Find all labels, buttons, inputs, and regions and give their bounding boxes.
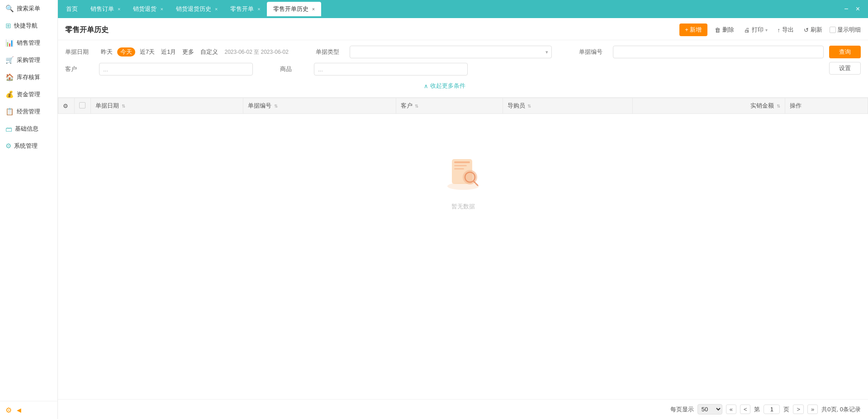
sidebar-item-purchase-mgmt[interactable]: 🛒 采购管理 [0, 52, 57, 69]
date-btn-custom[interactable]: 自定义 [199, 47, 220, 56]
next-page-btn[interactable]: > [793, 405, 804, 414]
last-page-btn[interactable]: » [807, 405, 818, 414]
tab-bar-right: − × [841, 4, 866, 14]
query-buttons: 查询 设置 [829, 46, 861, 75]
th-amount[interactable]: 实销金额 ⇅ [632, 98, 785, 114]
tab-sales-order-close[interactable]: × [118, 6, 120, 12]
delete-button[interactable]: 🗑 🗑 删除 删除 [712, 24, 737, 35]
th-amount-sort-icon: ⇅ [777, 104, 780, 108]
prev-page-btn[interactable]: < [740, 405, 751, 414]
tab-sales-return[interactable]: 销货退货 × [127, 2, 169, 16]
th-amount-label: 实销金额 [750, 102, 774, 109]
collapse-more-btn[interactable]: ∧ 收起更多条件 [65, 80, 824, 92]
footer-collapse-icon[interactable]: ◄ [15, 406, 23, 414]
bill-no-label: 单据编号 [579, 48, 604, 56]
date-btn-last7[interactable]: 近7天 [138, 47, 157, 56]
basic-info-icon: 🗃 [5, 125, 12, 133]
th-customer[interactable]: 客户 ⇅ [396, 98, 503, 114]
filter-fields: 单据日期 昨天 今天 近7天 近1月 更多 自定义 2023-06-02 至 2… [65, 46, 824, 92]
date-btn-today[interactable]: 今天 [117, 47, 135, 56]
per-page-select[interactable]: 50 10 20 100 [697, 404, 722, 414]
date-filter-label: 单据日期 [65, 48, 90, 56]
tab-minimize-btn[interactable]: − [841, 4, 851, 14]
bill-type-select[interactable] [350, 46, 552, 58]
finance-icon: 💰 [5, 90, 14, 99]
sidebar-item-operations[interactable]: 📋 经营管理 [0, 103, 57, 120]
export-button[interactable]: ↑ 导出 [775, 24, 797, 35]
filter-row-1: 单据日期 昨天 今天 近7天 近1月 更多 自定义 2023-06-02 至 2… [65, 46, 824, 58]
tab-home-label: 首页 [66, 5, 78, 13]
bill-no-input[interactable] [613, 46, 824, 58]
pagination: 每页显示 50 10 20 100 « < 第 页 > » 共0页, 0条记录 [58, 399, 868, 419]
add-button[interactable]: + 新增 [679, 24, 707, 36]
refresh-icon: ↺ [804, 27, 809, 33]
tab-sales-order[interactable]: 销售订单 × [84, 2, 127, 16]
filter-settings-button[interactable]: 设置 [829, 62, 861, 75]
sidebar-item-label: 经营管理 [17, 108, 40, 116]
tab-retail-open-close[interactable]: × [257, 6, 260, 12]
collapse-label: 收起更多条件 [430, 82, 465, 90]
date-btn-last-month[interactable]: 近1月 [159, 47, 178, 56]
inventory-icon: 🏠 [5, 73, 14, 81]
empty-icon [441, 150, 486, 195]
show-detail-toggle[interactable]: 显示明细 [830, 26, 861, 34]
sidebar-item-sales-mgmt[interactable]: 📊 销售管理 [0, 34, 57, 52]
sidebar: 🔍 搜索采单 ⊞ 快捷导航 📊 销售管理 🛒 采购管理 🏠 库存核算 💰 资金管… [0, 0, 58, 419]
print-icon: 🖨 [744, 27, 750, 33]
select-all-checkbox[interactable] [79, 102, 85, 108]
footer-settings-icon[interactable]: ⚙ [5, 406, 12, 414]
th-date-sort-icon: ⇅ [122, 104, 125, 108]
quick-nav-icon: ⊞ [5, 22, 11, 30]
date-btn-more[interactable]: 更多 [180, 47, 196, 56]
main-area: 首页 销售订单 × 销货退货 × 销货退货历史 × 零售开单 × 零售开单历史 … [58, 0, 868, 419]
th-checkbox[interactable] [75, 98, 91, 114]
th-salesperson[interactable]: 导购员 ⇅ [503, 98, 632, 114]
sidebar-item-inventory[interactable]: 🏠 库存核算 [0, 69, 57, 86]
th-salesperson-label: 导购员 [508, 102, 525, 109]
purchase-mgmt-icon: 🛒 [5, 56, 14, 64]
sidebar-search[interactable]: 🔍 搜索采单 [0, 0, 57, 17]
empty-state: 暂无数据 [58, 114, 868, 247]
show-detail-checkbox[interactable] [830, 27, 836, 33]
tab-sales-order-label: 销售订单 [90, 5, 114, 13]
sidebar-item-finance[interactable]: 💰 资金管理 [0, 86, 57, 103]
th-settings[interactable]: ⚙ [58, 98, 75, 114]
tab-retail-open-history[interactable]: 零售开单历史 × [267, 2, 321, 16]
sidebar-item-sys-mgmt[interactable]: ⚙ 系统管理 [0, 137, 57, 155]
page-header: 零售开单历史 + 新增 🗑 🗑 删除 删除 🖨 打印 ▾ ↑ 导出 [58, 18, 868, 40]
product-filter-label: 商品 [280, 65, 305, 73]
sidebar-item-label: 系统管理 [14, 142, 38, 150]
sidebar-item-label: 库存核算 [17, 73, 40, 81]
sys-mgmt-icon: ⚙ [5, 142, 11, 150]
th-salesperson-sort-icon: ⇅ [527, 104, 531, 108]
th-no-sort-icon: ⇅ [274, 104, 278, 108]
collapse-up-icon: ∧ [424, 83, 428, 89]
tab-sales-return-close[interactable]: × [160, 6, 163, 12]
product-input[interactable]: ... [314, 63, 468, 75]
sidebar-item-label: 资金管理 [17, 90, 40, 99]
refresh-button[interactable]: ↺ 刷新 [801, 24, 825, 35]
export-icon: ↑ [778, 27, 781, 33]
customer-input[interactable]: ... [99, 63, 253, 75]
date-btn-yesterday[interactable]: 昨天 [99, 47, 114, 56]
sidebar-item-quick-nav[interactable]: ⊞ 快捷导航 [0, 17, 57, 34]
tab-retail-open-history-close[interactable]: × [312, 6, 315, 12]
page-number-input[interactable] [764, 405, 780, 414]
first-page-btn[interactable]: « [726, 405, 736, 414]
tab-retail-open-history-label: 零售开单历史 [273, 5, 308, 13]
query-button[interactable]: 查询 [829, 46, 861, 58]
svg-rect-2 [454, 161, 470, 163]
sidebar-item-basic-info[interactable]: 🗃 基础信息 [0, 120, 57, 137]
tab-home[interactable]: 首页 [60, 2, 84, 16]
tab-sales-return-history[interactable]: 销货退货历史 × [170, 2, 224, 16]
tab-sales-return-history-close[interactable]: × [215, 6, 218, 12]
th-no[interactable]: 单据编号 ⇅ [243, 98, 396, 114]
table-container: ⚙ 单据日期 ⇅ 单据编号 ⇅ 客户 [58, 98, 868, 399]
th-date[interactable]: 单据日期 ⇅ [91, 98, 243, 114]
sidebar-item-label: 销售管理 [17, 39, 40, 47]
sales-mgmt-icon: 📊 [5, 39, 14, 47]
th-action: 操作 [785, 98, 868, 114]
print-button[interactable]: 🖨 打印 ▾ [741, 24, 770, 35]
tab-retail-open[interactable]: 零售开单 × [224, 2, 266, 16]
tab-close-all-btn[interactable]: × [853, 4, 863, 14]
